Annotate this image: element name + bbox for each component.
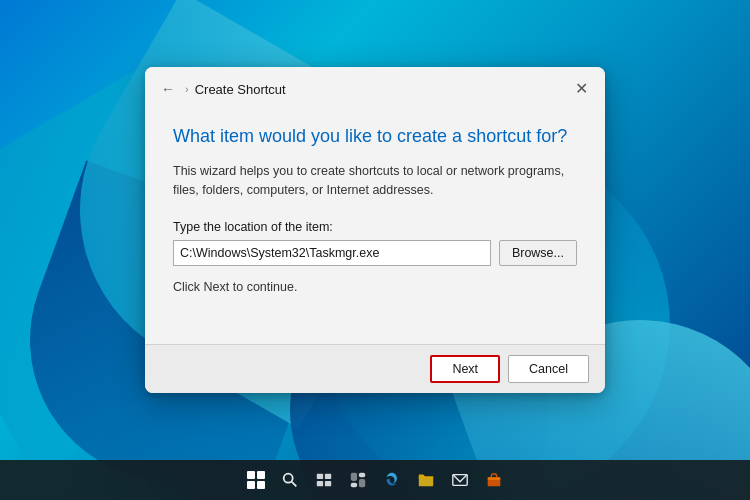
create-shortcut-dialog: ← › Create Shortcut ✕ What item would yo… <box>145 67 605 393</box>
input-row: Browse... <box>173 240 577 266</box>
store-icon[interactable] <box>480 466 508 494</box>
dialog-overlay: ← › Create Shortcut ✕ What item would yo… <box>0 0 750 460</box>
taskview-icon[interactable] <box>310 466 338 494</box>
cancel-button[interactable]: Cancel <box>508 355 589 383</box>
svg-rect-9 <box>359 479 365 487</box>
start-icon[interactable] <box>242 466 270 494</box>
dialog-titlebar: ← › Create Shortcut ✕ <box>145 67 605 109</box>
search-icon[interactable] <box>276 466 304 494</box>
svg-line-1 <box>292 482 297 487</box>
svg-rect-7 <box>359 473 365 478</box>
close-button[interactable]: ✕ <box>569 77 593 101</box>
dialog-content: What item would you like to create a sho… <box>145 109 605 344</box>
mail-icon[interactable] <box>446 466 474 494</box>
svg-rect-4 <box>317 481 323 486</box>
breadcrumb-separator: › <box>185 83 189 95</box>
svg-rect-5 <box>325 481 331 486</box>
browse-button[interactable]: Browse... <box>499 240 577 266</box>
field-label: Type the location of the item: <box>173 220 577 234</box>
svg-rect-13 <box>488 477 501 480</box>
explorer-icon[interactable] <box>412 466 440 494</box>
continue-text: Click Next to continue. <box>173 280 577 294</box>
svg-rect-8 <box>351 483 357 488</box>
dialog-title: Create Shortcut <box>195 82 286 97</box>
dialog-heading: What item would you like to create a sho… <box>173 125 577 148</box>
location-input[interactable] <box>173 240 491 266</box>
next-button[interactable]: Next <box>430 355 500 383</box>
svg-rect-6 <box>351 473 357 481</box>
edge-icon[interactable] <box>378 466 406 494</box>
widgets-icon[interactable] <box>344 466 372 494</box>
svg-rect-3 <box>325 474 331 479</box>
svg-rect-2 <box>317 474 323 479</box>
taskbar <box>0 460 750 500</box>
dialog-footer: Next Cancel <box>145 344 605 393</box>
back-button[interactable]: ← <box>157 78 179 100</box>
dialog-description: This wizard helps you to create shortcut… <box>173 162 577 200</box>
svg-point-0 <box>284 474 293 483</box>
